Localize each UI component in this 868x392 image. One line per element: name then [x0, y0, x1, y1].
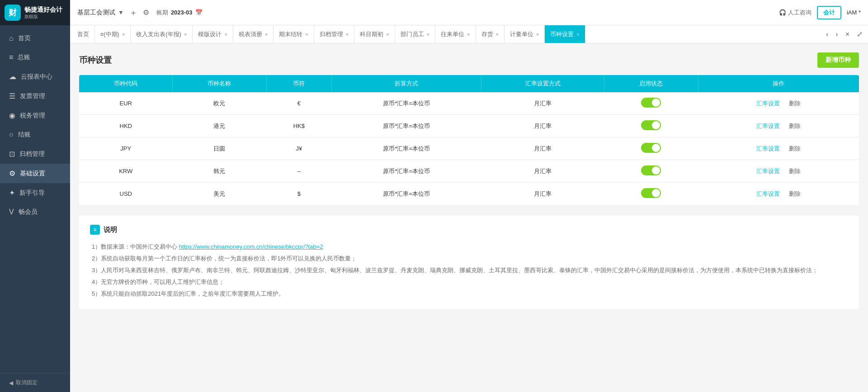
sidebar-item-tax[interactable]: ◉ 税务管理: [0, 106, 70, 125]
col-code: 币种代码: [79, 75, 173, 92]
cell-actions: 汇率设置 删除: [698, 160, 859, 183]
delete-link[interactable]: 删除: [789, 145, 801, 152]
tab-inventory[interactable]: 存货 ×: [476, 25, 505, 43]
toggle-enabled[interactable]: [641, 120, 661, 130]
cell-rate-method: 月汇率: [481, 183, 604, 205]
cell-calc: 原币*汇率=本位币: [331, 160, 481, 183]
sidebar-item-settings[interactable]: ⚙ 基础设置: [0, 164, 70, 183]
sidebar-item-reports[interactable]: ☁ 云报表中心: [0, 67, 70, 86]
sidebar-item-invoice[interactable]: ☰ 发票管理: [0, 86, 70, 106]
tab-close-tax-clear[interactable]: ×: [265, 32, 268, 37]
toggle-circle: [652, 144, 660, 152]
tab-close-currency[interactable]: ×: [576, 32, 579, 37]
tab-home[interactable]: 首页: [72, 25, 95, 43]
tab-income[interactable]: 收入支出表(年报) ×: [131, 25, 193, 43]
sidebar-item-home[interactable]: ⌂ 首页: [0, 29, 70, 48]
delete-link[interactable]: 删除: [789, 190, 801, 197]
main-content: 币种设置 新增币种 币种代码 币种名称 币符 折算方式 汇率设置方式 启用状态 …: [70, 43, 868, 392]
toggle-enabled[interactable]: [641, 188, 661, 198]
gear-btn[interactable]: ⚙: [143, 8, 149, 17]
toggle-enabled[interactable]: [641, 165, 661, 175]
tab-close-inventory[interactable]: ×: [496, 32, 499, 37]
cloud-icon: ☁: [9, 72, 16, 81]
rate-setting-link[interactable]: 汇率设置: [756, 190, 780, 197]
new-currency-button[interactable]: 新增币种: [817, 52, 859, 68]
table-row: KRW 韩元 -- 原币*汇率=本位币 月汇率 汇率设置 删除: [79, 160, 859, 183]
tab-close-all-btn[interactable]: ×: [842, 28, 853, 40]
currency-table-container: 币种代码 币种名称 币符 折算方式 汇率设置方式 启用状态 操作 EUR 欧元 …: [79, 75, 859, 205]
company-dropdown-btn[interactable]: ▼: [118, 9, 124, 16]
sidebar-item-closing[interactable]: ○ 结账: [0, 125, 70, 144]
tab-close-template[interactable]: ×: [224, 32, 227, 37]
cell-rate-method: 月汇率: [481, 92, 604, 115]
sidebar: 财 畅捷通好会计 旗舰版 ⌂ 首页 ≡ 总账 ☁ 云报表中心 ☰ 发票管理 ◉ …: [0, 0, 70, 392]
tab-department[interactable]: 部门员工 ×: [395, 25, 435, 43]
tab-unit[interactable]: 计量单位 ×: [505, 25, 545, 43]
cell-status: [604, 115, 698, 137]
tab-expand-btn[interactable]: ⤢: [853, 28, 866, 40]
toggle-circle: [652, 166, 660, 175]
tab-prev-btn[interactable]: ‹: [822, 28, 832, 40]
sidebar-item-member[interactable]: V 畅会员: [0, 203, 70, 222]
rate-setting-link[interactable]: 汇率设置: [756, 168, 780, 175]
tab-next-btn[interactable]: ›: [832, 28, 841, 40]
cell-name: 日圆: [173, 137, 267, 160]
tab-close-period-close[interactable]: ×: [305, 32, 308, 37]
add-btn[interactable]: ＋: [129, 7, 137, 18]
tab-archive[interactable]: 归档管理 ×: [314, 25, 354, 43]
tab-period-close[interactable]: 期末结转 ×: [274, 25, 314, 43]
tab-subject-init[interactable]: 科目期初 ×: [354, 25, 395, 43]
col-actions: 操作: [698, 75, 859, 92]
tab-close-subject-init[interactable]: ×: [386, 32, 389, 37]
sidebar-item-ledger[interactable]: ≡ 总账: [0, 48, 70, 67]
tab-currency[interactable]: 币种设置 ×: [545, 25, 585, 43]
settings-icon: ⚙: [9, 169, 15, 178]
tab-counterparty[interactable]: 往来单位 ×: [435, 25, 476, 43]
cell-actions: 汇率设置 删除: [698, 137, 859, 160]
toggle-circle: [652, 99, 660, 107]
tab-close-department[interactable]: ×: [427, 32, 429, 37]
tab-close-income[interactable]: ×: [184, 32, 187, 37]
tab-tax-clear[interactable]: 税表清册 ×: [233, 25, 274, 43]
cell-code: EUR: [79, 92, 173, 115]
notice-title: ≡ 说明: [90, 225, 848, 235]
toggle-enabled[interactable]: [641, 143, 661, 153]
tab-close-archive[interactable]: ×: [346, 32, 349, 37]
sidebar-nav: ⌂ 首页 ≡ 总账 ☁ 云报表中心 ☰ 发票管理 ◉ 税务管理 ○ 结账 ⊡ 归…: [0, 25, 70, 373]
sidebar-pin-btn[interactable]: ◀ 取消固定: [0, 373, 70, 392]
delete-link[interactable]: 删除: [789, 100, 801, 107]
tab-template[interactable]: 模版设计 ×: [193, 25, 233, 43]
customer-service-btn[interactable]: 🎧 人工咨询: [779, 9, 811, 17]
col-calc: 折算方式: [331, 75, 481, 92]
delete-link[interactable]: 删除: [789, 168, 801, 175]
cell-symbol: $: [266, 183, 331, 205]
notice-link[interactable]: https://www.chinamoney.com.cn/chinese/bk…: [179, 243, 323, 250]
cell-symbol: €: [266, 92, 331, 115]
cell-code: USD: [79, 183, 173, 205]
pin-icon: ◀: [9, 380, 13, 386]
tab-interim[interactable]: ¤(中期) ×: [95, 25, 131, 43]
cell-symbol: HK$: [266, 115, 331, 137]
tab-close-interim[interactable]: ×: [122, 32, 125, 37]
page-title: 币种设置: [79, 55, 112, 66]
cell-rate-method: 月汇率: [481, 115, 604, 137]
rate-setting-link[interactable]: 汇率设置: [756, 145, 780, 152]
tax-icon: ◉: [9, 111, 15, 120]
tab-close-unit[interactable]: ×: [536, 32, 539, 37]
rate-setting-link[interactable]: 汇率设置: [756, 100, 780, 107]
toggle-enabled[interactable]: [641, 98, 661, 108]
tabbar: 首页 ¤(中期) × 收入支出表(年报) × 模版设计 × 税表清册 × 期末结…: [70, 25, 868, 43]
member-icon: V: [9, 208, 14, 216]
table-header-row: 币种代码 币种名称 币符 折算方式 汇率设置方式 启用状态 操作: [79, 75, 859, 92]
sidebar-item-guide[interactable]: ✦ 新手引导: [0, 183, 70, 203]
calendar-icon[interactable]: 📅: [195, 9, 203, 16]
account-type-btn[interactable]: 会计: [817, 6, 841, 19]
header-right: 🎧 人工咨询 会计 iAM *: [779, 6, 861, 19]
rate-setting-link[interactable]: 汇率设置: [756, 123, 780, 129]
sidebar-item-archive[interactable]: ⊡ 归档管理: [0, 144, 70, 164]
notice-items: 1）数据来源：中国外汇交易中心 https://www.chinamoney.c…: [90, 241, 848, 300]
toggle-circle: [652, 189, 660, 197]
delete-link[interactable]: 删除: [789, 123, 801, 129]
cell-name: 韩元: [173, 160, 267, 183]
tab-close-counterparty[interactable]: ×: [467, 32, 470, 37]
